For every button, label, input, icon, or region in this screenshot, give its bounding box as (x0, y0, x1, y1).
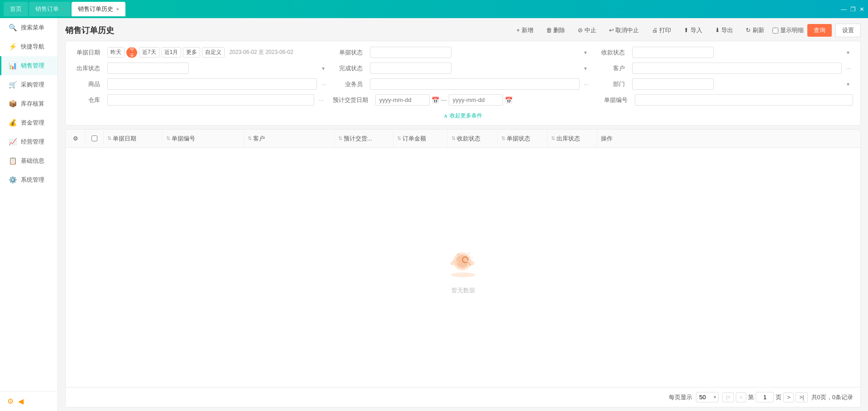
th-date-sort-icon[interactable]: ⇅ (107, 135, 111, 141)
sidebar-collapse-icon[interactable]: ◀ (18, 397, 24, 406)
date-yesterday-btn[interactable]: 昨天 (107, 47, 125, 58)
settings-button-label: 设置 (842, 27, 854, 34)
page-input[interactable] (756, 392, 774, 402)
select-all-checkbox[interactable] (91, 135, 97, 141)
tab-sales-order[interactable]: 销售订单 × (29, 2, 71, 16)
sidebar-item-basic-info[interactable]: 📋 基础信息 (0, 151, 58, 170)
salesperson-dots[interactable]: ··· (582, 81, 591, 87)
window-close-btn[interactable]: ✕ (859, 6, 864, 13)
last-page-btn[interactable]: >| (796, 392, 807, 402)
th-wh-status-sort-icon[interactable]: ⇅ (551, 135, 555, 141)
order-no-field (635, 94, 853, 106)
export-button[interactable]: ⬇ 导出 (710, 24, 738, 37)
delivery-date-to-calendar-icon[interactable]: 📅 (505, 97, 513, 104)
display-detail-input[interactable] (772, 28, 778, 34)
product-label: 商品 (73, 80, 100, 88)
th-amount-label: 订单金额 (403, 135, 426, 143)
receipt-status-select[interactable] (632, 47, 714, 58)
customer-input[interactable] (632, 63, 842, 74)
th-no: ⇅ 单据编号 (163, 130, 244, 147)
svg-point-8 (468, 252, 470, 254)
delivery-date-from-calendar-icon[interactable]: 📅 (432, 97, 439, 104)
filter-collapse-btn[interactable]: ∧ 收起更多条件 (73, 110, 853, 120)
refresh-button[interactable]: ↻ 刷新 (741, 24, 769, 37)
date-7days-btn[interactable]: 近7天 (139, 47, 159, 58)
salesperson-label: 业务员 (336, 80, 363, 88)
th-check[interactable] (86, 131, 104, 146)
settings-button[interactable]: 设置 (835, 24, 861, 37)
svg-point-0 (451, 272, 475, 277)
collapse-label: 收起更多条件 (450, 112, 482, 120)
delivery-date-to[interactable] (449, 94, 503, 106)
sidebar-item-inventory-check[interactable]: 📦 库存核算 (0, 94, 58, 113)
th-action: 操作 (597, 130, 860, 147)
svg-point-9 (471, 256, 473, 258)
delivery-date-from[interactable] (375, 94, 430, 106)
th-wh-status: ⇅ 出库状态 (547, 130, 597, 147)
tab-sales-order-history[interactable]: 销售订单历史 × (72, 2, 125, 16)
th-customer-sort-icon[interactable]: ⇅ (248, 135, 252, 141)
date-today-btn[interactable]: 今天 (126, 47, 137, 58)
print-button[interactable]: 🖨 打印 (647, 24, 676, 37)
dept-select[interactable] (632, 78, 714, 90)
sidebar-item-ops-mgmt[interactable]: 📈 经营管理 (0, 132, 58, 151)
window-restore-btn[interactable]: ❐ (850, 6, 856, 13)
settings-gear-icon[interactable]: ⚙ (73, 135, 78, 142)
th-order-status-sort-icon[interactable]: ⇅ (501, 135, 505, 141)
quick-nav-icon: ⚡ (9, 43, 17, 51)
product-dots[interactable]: ··· (320, 81, 328, 87)
tab-sales-order-history-close[interactable]: × (116, 6, 119, 12)
th-receipt-status-sort-icon[interactable]: ⇅ (451, 135, 456, 141)
stop-button[interactable]: ⊘ 中止 (573, 24, 601, 37)
th-no-sort-icon[interactable]: ⇅ (166, 135, 170, 141)
per-page-select[interactable]: 10 20 50 100 (696, 392, 719, 402)
salesperson-input[interactable] (370, 78, 580, 90)
import-button[interactable]: ⬆ 导入 (679, 24, 707, 37)
empty-state-icon (443, 240, 484, 281)
customer-dots[interactable]: ··· (844, 65, 853, 72)
completion-status-select[interactable] (370, 63, 451, 74)
sidebar-item-purchase-mgmt[interactable]: 🛒 采购管理 (0, 75, 58, 94)
sidebar-item-capital-mgmt[interactable]: 💰 资金管理 (0, 113, 58, 132)
display-detail-checkbox[interactable]: 显示明细 (772, 26, 804, 34)
page-label: 第 (748, 393, 754, 401)
th-date: ⇅ 单据日期 (104, 130, 163, 147)
stop-button-label: ⊘ 中止 (578, 26, 596, 34)
warehouse-input[interactable] (107, 94, 314, 106)
cancel-stop-button[interactable]: ↩ 取消中止 (604, 24, 644, 37)
warehouse-dots[interactable]: ··· (317, 97, 326, 103)
window-minimize-btn[interactable]: — (841, 6, 847, 13)
th-amount-sort-icon[interactable]: ⇅ (397, 135, 401, 141)
order-no-input[interactable] (635, 94, 853, 106)
tab-sales-order-close[interactable]: × (62, 6, 64, 12)
product-input[interactable] (107, 78, 317, 90)
first-page-btn[interactable]: |< (722, 392, 734, 402)
prev-page-btn[interactable]: < (736, 392, 746, 402)
date-quick-btns: 昨天 今天 近7天 近1月 更多 (107, 47, 225, 58)
next-page-btn[interactable]: > (783, 392, 794, 402)
th-delivery-sort-icon[interactable]: ⇅ (338, 135, 342, 141)
th-date-label: 单据日期 (113, 135, 136, 143)
sidebar-settings-icon[interactable]: ⚙ (7, 397, 14, 406)
sidebar-item-sales-mgmt[interactable]: 📊 销售管理 (0, 56, 58, 75)
new-button[interactable]: + 新增 (512, 24, 537, 37)
pagination-nav: |< < 第 页 > >| (722, 392, 807, 402)
delete-button[interactable]: 🗑 删除 (542, 24, 570, 37)
th-receipt-status-label: 收款状态 (457, 135, 480, 143)
sidebar-item-quick-nav[interactable]: ⚡ 快捷导航 (0, 37, 58, 56)
th-settings[interactable]: ⚙ (66, 131, 86, 146)
date-custom-btn[interactable]: 自定义 (202, 47, 225, 58)
tab-home[interactable]: 首页 (4, 2, 28, 16)
query-button[interactable]: 查询 (807, 24, 832, 37)
topbar-right: — ❐ ✕ (841, 6, 864, 13)
order-status-field (370, 47, 591, 58)
date-more-btn[interactable]: 更多 (183, 47, 200, 58)
sidebar-item-inventory-check-label: 库存核算 (21, 100, 44, 108)
date-1month-btn[interactable]: 近1月 (161, 47, 182, 58)
search-menu-icon: 🔍 (9, 24, 17, 32)
th-action-label: 操作 (601, 135, 613, 143)
warehouse-status-select[interactable] (107, 63, 189, 74)
sidebar-item-sys-mgmt[interactable]: ⚙️ 系统管理 (0, 170, 58, 189)
order-status-select[interactable] (370, 47, 451, 58)
sidebar-item-search-menu[interactable]: 🔍 搜索菜单 (0, 18, 58, 37)
